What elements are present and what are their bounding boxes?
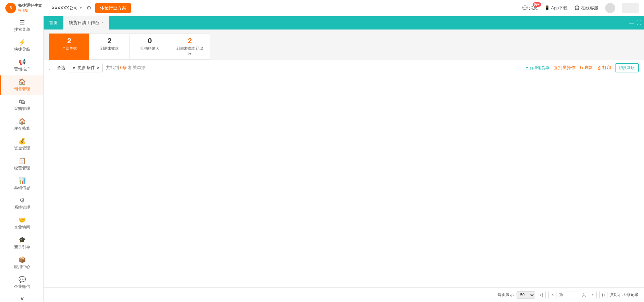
topbar: 6 畅捷通好生意 标准版 XXXXXX公司 ▼ ⚙ 体验行业方案 💬 消息 99… xyxy=(0,0,644,16)
sidebar-item-quick-nav[interactable]: ⚡ 快捷导航 xyxy=(0,36,43,56)
tab-minimize-button[interactable]: — xyxy=(629,20,634,25)
sidebar: ☰ 搜索菜单 ⚡ 快捷导航 📢 营销推广 🏠 销售管理 🛍 采购管理 🏠 库存核… xyxy=(0,16,44,302)
search-menu-icon: ☰ xyxy=(19,19,25,25)
company-name: XXXXXX公司 xyxy=(52,5,78,11)
sidebar-item-cooperation[interactable]: 🤝 企业协同 xyxy=(0,214,43,234)
table-area xyxy=(44,76,644,287)
download-icon: 📱 xyxy=(544,5,550,10)
message-icon: 💬 xyxy=(522,5,528,10)
last-page-button[interactable]: ⟩⟩ xyxy=(599,291,607,299)
sidebar-item-app-center[interactable]: 📦 应用中心 xyxy=(0,253,43,273)
logo-area: 6 畅捷通好生意 标准版 xyxy=(5,3,49,13)
page-number-input[interactable]: 1 xyxy=(566,292,579,298)
finance-icon: 💰 xyxy=(18,138,26,144)
newbie-icon: 🎓 xyxy=(18,237,26,243)
member-icon: V xyxy=(20,296,23,301)
first-page-button[interactable]: ⟨⟨ xyxy=(538,291,546,299)
system-icon: ⚙ xyxy=(19,197,25,203)
sidebar-item-purchase[interactable]: 🛍 采购管理 xyxy=(0,95,43,115)
service-icon: 🎧 xyxy=(574,5,580,10)
filter-icon: ▼ xyxy=(72,65,76,70)
user-name-area xyxy=(622,3,639,13)
stat-num-wang: 0 xyxy=(135,37,164,45)
message-button[interactable]: 💬 消息 99+ xyxy=(522,5,538,11)
app-name: 畅捷通好生意 xyxy=(18,3,42,8)
pagination: 每页显示 50 100 200 ⟨⟨ ＜ 第 1 页 ＞ ⟩⟩ 共0页，0条记录 xyxy=(44,287,644,302)
print-icon: 🖨 xyxy=(597,65,601,70)
page-size-select[interactable]: 50 100 200 xyxy=(517,291,535,299)
filter-arrow: ∨ xyxy=(96,65,100,70)
stat-label-all: 全部单据 xyxy=(55,46,84,51)
purchase-icon: 🛍 xyxy=(19,99,25,105)
add-sales-button[interactable]: + 新增销货单 xyxy=(526,65,549,71)
found-count: 0条 xyxy=(120,65,127,70)
toolbar-right: + 新增销货单 ⊞ 批量操作 ↻ 刷新 🖨 打印 切换新版 xyxy=(526,63,639,72)
next-page-button[interactable]: ＞ xyxy=(589,291,597,299)
online-service-button[interactable]: 🎧 在线客服 xyxy=(574,5,598,11)
page-size-label: 每页显示 xyxy=(498,292,514,298)
stats-row: 2 全部单据 2 到期未收款 0 旺铺待确认 2 到期未收款 已出库 xyxy=(44,29,644,60)
tabbar-actions: — ⛶ xyxy=(629,20,644,25)
sidebar-item-finance[interactable]: 💰 资金管理 xyxy=(0,135,43,155)
prev-page-button[interactable]: ＜ xyxy=(548,291,556,299)
tabbar: 首页 钱货日清工作台 × — ⛶ xyxy=(44,16,644,29)
filter-button[interactable]: ▼ 更多条件 ∨ xyxy=(69,63,103,72)
page-total-info: 共0页，0条记录 xyxy=(610,292,639,298)
sidebar-item-wechat[interactable]: 💬 企业微信 xyxy=(0,273,43,293)
stat-card-wang[interactable]: 0 旺铺待确认 xyxy=(129,34,170,60)
logo-icon: 6 xyxy=(5,3,16,13)
cooperation-icon: 🤝 xyxy=(18,217,26,223)
tab-close-workbench[interactable]: × xyxy=(101,20,104,25)
print-button[interactable]: 🖨 打印 xyxy=(597,65,611,71)
marketing-icon: 📢 xyxy=(18,59,26,65)
company-selector[interactable]: XXXXXX公司 ▼ xyxy=(52,5,83,11)
stat-card-unshipped[interactable]: 2 到期未收款 已出库 xyxy=(170,34,210,60)
app-badge: 标准版 xyxy=(18,8,42,13)
stat-label-unshipped: 到期未收款 已出库 xyxy=(175,46,204,56)
batch-icon: ⊞ xyxy=(553,65,557,70)
app-center-icon: 📦 xyxy=(18,257,26,263)
sidebar-item-inventory[interactable]: 🏠 库存核算 xyxy=(0,115,43,135)
sidebar-item-search-menu[interactable]: ☰ 搜索菜单 xyxy=(0,16,43,36)
main-area: 首页 钱货日清工作台 × — ⛶ 2 全部单据 2 到期未收款 0 旺铺待确认 xyxy=(44,16,644,302)
refresh-icon: ↻ xyxy=(580,65,583,70)
app-download-button[interactable]: 📱 App下载 xyxy=(544,5,568,11)
sidebar-item-system[interactable]: ⚙ 系统管理 xyxy=(0,194,43,214)
base-info-icon: 📊 xyxy=(18,178,26,184)
batch-operation-button[interactable]: ⊞ 批量操作 xyxy=(553,65,576,71)
content-area: 2 全部单据 2 到期未收款 0 旺铺待确认 2 到期未收款 已出库 全选 ▼ … xyxy=(44,29,644,302)
sidebar-item-newbie[interactable]: 🎓 新手引导 xyxy=(0,234,43,253)
stat-num-all: 2 xyxy=(55,37,84,45)
tab-workbench[interactable]: 钱货日清工作台 × xyxy=(63,16,109,29)
select-all-checkbox[interactable] xyxy=(49,66,53,70)
toolbar: 全选 ▼ 更多条件 ∨ 共找到 0条 相关单据 + 新增销货单 ⊞ 批量操作 ↻… xyxy=(44,60,644,76)
message-badge: 99+ xyxy=(533,2,541,7)
sidebar-item-marketing[interactable]: 📢 营销推广 xyxy=(0,56,43,75)
tab-maximize-button[interactable]: ⛶ xyxy=(637,20,641,25)
sidebar-item-base-info[interactable]: 📊 基础信息 xyxy=(0,174,43,194)
tab-home[interactable]: 首页 xyxy=(44,16,63,29)
stat-label-wang: 旺铺待确认 xyxy=(135,46,164,51)
company-dropdown-arrow: ▼ xyxy=(79,6,83,10)
stat-label-overdue: 到期未收款 xyxy=(95,46,124,51)
wechat-icon: 💬 xyxy=(18,277,26,283)
avatar[interactable] xyxy=(605,3,615,13)
sales-icon: 🏠 xyxy=(18,79,26,85)
quick-nav-icon: ⚡ xyxy=(18,39,26,45)
select-all-label: 全选 xyxy=(57,65,65,71)
found-text: 共找到 0条 相关单据 xyxy=(106,65,146,71)
sidebar-item-member[interactable]: V 畅会员 xyxy=(0,293,43,302)
operations-icon: 📋 xyxy=(18,158,26,164)
settings-icon[interactable]: ⚙ xyxy=(87,5,91,11)
refresh-button[interactable]: ↻ 刷新 xyxy=(580,65,593,71)
sidebar-item-sales[interactable]: 🏠 销售管理 xyxy=(0,75,43,95)
inventory-icon: 🏠 xyxy=(18,118,26,124)
stat-card-all[interactable]: 2 全部单据 xyxy=(49,34,89,60)
sidebar-item-operations[interactable]: 📋 经营管理 xyxy=(0,155,43,174)
stat-num-unshipped: 2 xyxy=(175,37,204,45)
topbar-right: 💬 消息 99+ 📱 App下载 🎧 在线客服 xyxy=(522,3,639,13)
stat-num-overdue: 2 xyxy=(95,37,124,45)
trial-button[interactable]: 体验行业方案 xyxy=(95,3,131,13)
switch-version-button[interactable]: 切换新版 xyxy=(615,63,639,72)
stat-card-overdue[interactable]: 2 到期未收款 xyxy=(89,34,129,60)
